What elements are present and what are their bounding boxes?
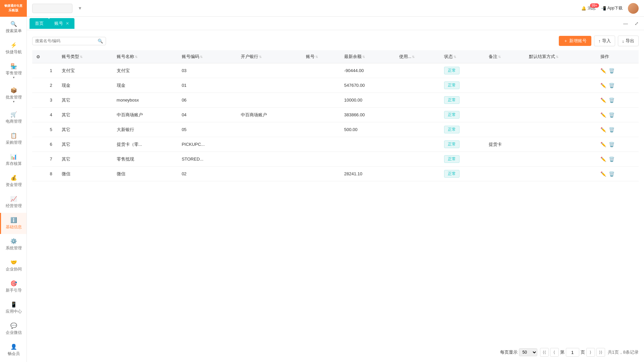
cell-num: 8 <box>44 167 58 181</box>
cell-account-name: 中百商场账户 <box>113 108 178 122</box>
page-first-button[interactable]: ⟨⟨ <box>540 348 549 357</box>
member-icon: 👤 <box>10 344 17 350</box>
sidebar-item-purchase[interactable]: 📋 采购管理 <box>0 128 26 149</box>
sidebar-item-enterprise-wechat[interactable]: 💬 企业微信 <box>0 318 26 340</box>
cell-account-code: PICKUPC... <box>178 137 237 152</box>
cell-status: 正常 <box>440 122 485 137</box>
cell-balance: 28241.10 <box>340 167 395 181</box>
status-badge: 正常 <box>444 67 460 74</box>
delete-icon[interactable]: 🗑️ <box>609 98 614 103</box>
cell-account-name: 零售抵现 <box>113 152 178 167</box>
page-size-select[interactable]: 50 100 200 <box>519 348 537 356</box>
col-account-name[interactable]: 账号名称⇅ <box>113 50 178 63</box>
export-button[interactable]: ↓ 导出 <box>618 36 639 46</box>
delete-icon[interactable]: 🗑️ <box>609 171 614 177</box>
edit-icon[interactable]: ✏️ <box>600 112 606 118</box>
col-bank[interactable]: 开户银行⇅ <box>237 50 302 63</box>
col-account[interactable]: 账号⇅ <box>302 50 340 63</box>
cell-settings <box>32 93 44 108</box>
sidebar-item-member[interactable]: 👤 畅会员 <box>0 340 26 361</box>
edit-icon[interactable]: ✏️ <box>600 157 606 162</box>
sidebar-item-finance[interactable]: 💰 资金管理 <box>0 171 26 192</box>
toolbar: 🔍 ＋ 新增账号 ↑ 导入 ↓ 导出 <box>32 36 639 46</box>
col-account-type[interactable]: 账号类型⇅ <box>58 50 113 63</box>
notification-button[interactable]: 🔔 消息 99+ <box>581 5 596 11</box>
wholesale-icon: 📦 <box>10 87 17 94</box>
sidebar-item-label: 企业微信 <box>6 330 22 336</box>
header-search-input[interactable] <box>32 4 72 13</box>
sidebar-item-app-center[interactable]: 📱 应用中心 <box>0 297 26 318</box>
table-row: 8 微信 微信 02 28241.10 正常 ✏️ 🗑️ <box>32 167 639 181</box>
page-prev-button[interactable]: ⟨ <box>550 348 559 357</box>
col-settings[interactable]: ⚙ <box>32 50 44 63</box>
cell-remark <box>485 122 525 137</box>
col-usage[interactable]: 使用...⇅ <box>395 50 440 63</box>
cell-action: ✏️ 🗑️ <box>596 152 639 167</box>
cell-bank <box>237 93 302 108</box>
col-num <box>44 50 58 63</box>
import-label: 导入 <box>602 38 611 44</box>
delete-icon[interactable]: 🗑️ <box>609 83 614 88</box>
app-logo: 畅捷通好生意 乐账版 <box>0 0 27 17</box>
sidebar-item-operations[interactable]: 📈 经营管理 <box>0 192 26 213</box>
cell-account <box>302 122 340 137</box>
edit-icon[interactable]: ✏️ <box>600 171 606 177</box>
col-default-payment[interactable]: 默认结算方式⇅ <box>525 50 596 63</box>
table-row: 3 其它 moneybosx 06 10000.00 正常 ✏️ 🗑️ <box>32 93 639 108</box>
app-download-button[interactable]: 📲 App下载 <box>601 5 623 11</box>
tab-close-button[interactable]: ✕ <box>66 21 69 26</box>
cell-bank <box>237 167 302 181</box>
edit-icon[interactable]: ✏️ <box>600 83 606 88</box>
cell-account <box>302 108 340 122</box>
page-label: 第 <box>560 349 565 355</box>
page-last-button[interactable]: ⟩⟩ <box>596 348 605 357</box>
page-size-control: 每页显示 50 100 200 <box>500 348 537 356</box>
add-account-button[interactable]: ＋ 新增账号 <box>559 36 591 46</box>
page-input[interactable] <box>566 348 579 357</box>
cell-balance <box>340 137 395 152</box>
export-icon: ↓ <box>622 39 625 44</box>
cell-remark <box>485 93 525 108</box>
page-next-button[interactable]: ⟩ <box>586 348 595 357</box>
user-avatar[interactable] <box>628 3 639 14</box>
search-icon[interactable]: 🔍 <box>98 39 103 44</box>
col-status[interactable]: 状态⇅ <box>440 50 485 63</box>
col-account-code[interactable]: 账号编码⇅ <box>178 50 237 63</box>
logo-subtitle: 乐账版 <box>8 8 18 13</box>
delete-icon[interactable]: 🗑️ <box>609 68 614 73</box>
delete-icon[interactable]: 🗑️ <box>609 157 614 162</box>
tab-maximize-button[interactable]: ⤢ <box>632 19 641 27</box>
tab-home[interactable]: 首页 <box>30 18 49 29</box>
sidebar-item-retail[interactable]: 🏪 零售管理 ▼ <box>0 59 26 83</box>
sidebar-item-quick-nav[interactable]: ⚡ 快捷导航 <box>0 38 26 59</box>
sidebar: 畅捷通好生意 乐账版 🔍 搜索菜单 ⚡ 快捷导航 🏪 零售管理 ▼ 📦 批发管理… <box>0 0 27 362</box>
edit-icon[interactable]: ✏️ <box>600 127 606 132</box>
page-size-label: 每页显示 <box>500 349 518 355</box>
delete-icon[interactable]: 🗑️ <box>609 112 614 118</box>
cell-action: ✏️ 🗑️ <box>596 137 639 152</box>
edit-icon[interactable]: ✏️ <box>600 98 606 103</box>
tab-account[interactable]: 账号 ✕ <box>49 18 74 29</box>
header-left: ▼ <box>32 4 82 13</box>
delete-icon[interactable]: 🗑️ <box>609 142 614 147</box>
tab-minimize-button[interactable]: — <box>621 19 631 27</box>
col-action: 操作 <box>596 50 639 63</box>
sidebar-item-agreement[interactable]: 🤝 企业协同 <box>0 255 26 276</box>
delete-icon[interactable]: 🗑️ <box>609 127 614 132</box>
col-balance[interactable]: 最新余额⇅ <box>340 50 395 63</box>
sidebar-item-ecommerce[interactable]: 🛒 电商管理 <box>0 107 26 128</box>
search-input[interactable] <box>35 39 98 43</box>
edit-icon[interactable]: ✏️ <box>600 68 606 73</box>
import-button[interactable]: ↑ 导入 <box>594 36 615 46</box>
edit-icon[interactable]: ✏️ <box>600 142 606 147</box>
sidebar-item-search-menu[interactable]: 🔍 搜索菜单 <box>0 17 26 38</box>
cell-account-code: 01 <box>178 78 237 93</box>
sidebar-item-basic-info[interactable]: ℹ️ 基础信息 <box>0 213 26 234</box>
col-remark[interactable]: 备注⇅ <box>485 50 525 63</box>
cell-account-name: moneybosx <box>113 93 178 108</box>
sidebar-item-system[interactable]: ⚙️ 系统管理 <box>0 234 26 255</box>
sidebar-item-inventory[interactable]: 📊 库存核算 <box>0 149 26 171</box>
cell-usage <box>395 63 440 78</box>
sidebar-item-wholesale[interactable]: 📦 批发管理 ▼ <box>0 83 26 107</box>
sidebar-item-guide[interactable]: 🎯 新手引导 <box>0 276 26 297</box>
